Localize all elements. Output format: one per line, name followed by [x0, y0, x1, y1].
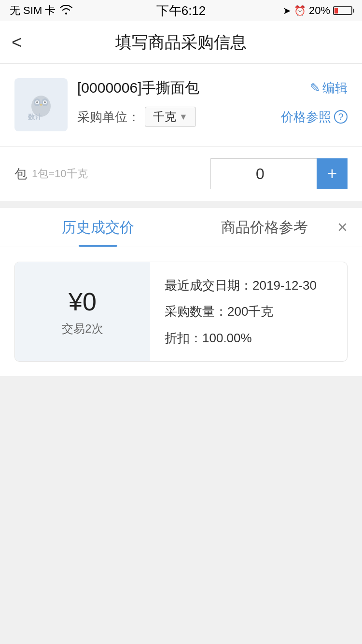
edit-label: 编辑: [322, 80, 348, 97]
status-time: 下午6:12: [156, 2, 206, 19]
quantity-controls: +: [210, 158, 348, 189]
page-title: 填写商品采购信息: [115, 31, 247, 54]
battery-text: 20%: [309, 4, 330, 17]
close-button[interactable]: ×: [333, 212, 352, 242]
svg-point-6: [44, 101, 46, 103]
discount-row: 折扣：100.00%: [165, 329, 333, 347]
svg-text:数计: 数计: [28, 113, 42, 121]
product-image: 数计: [14, 78, 68, 131]
product-name: [0000006]手撕面包: [77, 78, 199, 98]
quantity-section: 包 1包=10千克 +: [0, 147, 362, 201]
quantity-unit-name: 包: [14, 166, 27, 182]
history-price: ¥0: [69, 287, 97, 316]
status-left: 无 SIM 卡: [10, 3, 73, 18]
battery-icon: [333, 6, 352, 15]
carrier-text: 无 SIM 卡: [10, 3, 56, 18]
recent-date-value: 2019-12-30: [252, 278, 317, 293]
location-icon: ➤: [283, 5, 291, 16]
history-right: 最近成交日期：2019-12-30 采购数量：200千克 折扣：100.00%: [150, 262, 347, 361]
unit-value: 千克: [153, 109, 176, 125]
status-bar: 无 SIM 卡 下午6:12 ➤ ⏰ 20%: [0, 0, 362, 21]
product-info: [0000006]手撕面包 ✎ 编辑 采购单位： 千克 ▼ 价格参照 ?: [77, 78, 348, 127]
history-content: ¥0 交易2次 最近成交日期：2019-12-30 采购数量：200千克 折扣：…: [0, 247, 362, 376]
tab-active-underline: [79, 245, 117, 247]
tab-product-price-ref[interactable]: 商品价格参考: [181, 208, 348, 247]
tab-product-label: 商品价格参考: [221, 218, 308, 238]
quantity-sub-label: 1包=10千克: [32, 167, 88, 181]
purchase-qty-row: 采购数量：200千克: [165, 303, 333, 320]
bottom-area: [0, 376, 362, 644]
recent-date-row: 最近成交日期：2019-12-30: [165, 277, 333, 294]
unit-left: 采购单位： 千克 ▼: [77, 107, 196, 127]
quantity-label: 包 1包=10千克: [14, 166, 88, 182]
product-card: 数计 [0000006]手撕面包 ✎ 编辑 采购单位： 千克 ▼: [0, 64, 362, 146]
product-name-row: [0000006]手撕面包 ✎ 编辑: [77, 78, 348, 98]
tabs-header: 历史成交价 商品价格参考 ×: [0, 208, 362, 247]
wifi-icon: [59, 4, 73, 17]
help-icon: ?: [334, 110, 348, 124]
nav-bar: < 填写商品采购信息: [0, 21, 362, 64]
tab-history-label: 历史成交价: [62, 218, 134, 238]
product-top: 数计 [0000006]手撕面包 ✎ 编辑 采购单位： 千克 ▼: [14, 78, 348, 131]
purchase-qty-value: 200千克: [227, 304, 273, 319]
purchase-qty-label: 采购数量：: [165, 304, 227, 319]
product-logo: 数计: [24, 88, 58, 122]
chevron-down-icon: ▼: [179, 112, 188, 122]
battery-fill: [334, 8, 338, 14]
unit-select[interactable]: 千克 ▼: [145, 107, 196, 127]
alarm-icon: ⏰: [294, 5, 306, 16]
unit-label: 采购单位：: [77, 109, 140, 126]
status-right: ➤ ⏰ 20%: [283, 4, 352, 17]
history-card: ¥0 交易2次 最近成交日期：2019-12-30 采购数量：200千克 折扣：…: [14, 262, 348, 362]
svg-point-5: [36, 101, 38, 103]
tab-history-price[interactable]: 历史成交价: [14, 208, 181, 247]
quantity-input[interactable]: [210, 158, 317, 189]
price-ref-button[interactable]: 价格参照 ?: [281, 109, 348, 126]
tabs-section: 历史成交价 商品价格参考 × ¥0 交易2次 最近成交日期：2019-12-30…: [0, 208, 362, 376]
history-left: ¥0 交易2次: [15, 262, 150, 361]
transaction-count: 交易2次: [62, 321, 103, 336]
recent-date-label: 最近成交日期：: [165, 278, 252, 293]
discount-value: 100.00%: [202, 331, 252, 345]
discount-label: 折扣：: [165, 331, 202, 345]
back-button[interactable]: <: [12, 32, 22, 53]
edit-icon: ✎: [310, 81, 320, 96]
edit-button[interactable]: ✎ 编辑: [310, 80, 348, 97]
price-ref-label: 价格参照: [281, 109, 331, 126]
unit-row: 采购单位： 千克 ▼ 价格参照 ?: [77, 107, 348, 127]
quantity-plus-button[interactable]: +: [317, 158, 348, 189]
